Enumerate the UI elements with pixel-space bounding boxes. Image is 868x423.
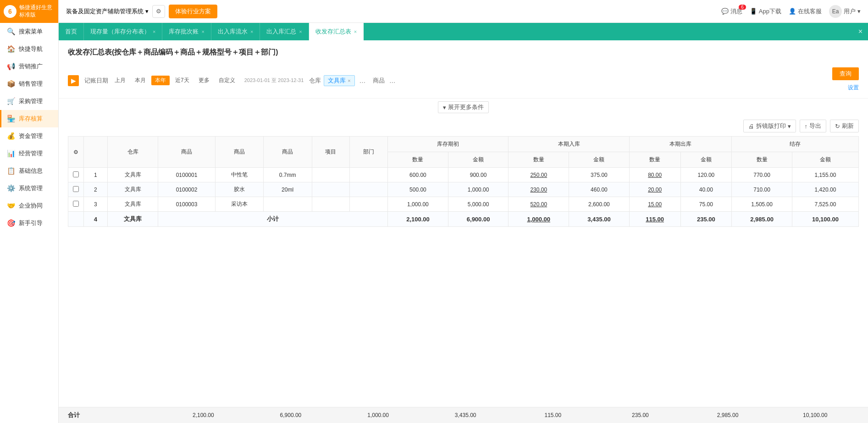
- row-opening-qty-0: 600.00: [388, 168, 448, 182]
- top-header: 装备及固定资产辅助管理系统 ▾ ⚙ 体验行业方案 💬 消息 6 📱 App下载 …: [59, 0, 868, 23]
- row-out-qty-1[interactable]: 20.00: [629, 182, 680, 197]
- date-btn-this-year[interactable]: 本年: [151, 76, 170, 85]
- try-industry-button[interactable]: 体验行业方案: [169, 5, 217, 18]
- tab-inventory-dist[interactable]: 现存量（库存分布表）×: [84, 23, 162, 40]
- table-row: 3 文具库 0100003 采访本 1,000.00 5,000.00 520.…: [68, 197, 859, 212]
- sidebar-item-base-info[interactable]: 📋 基础信息: [0, 162, 58, 180]
- row-in-qty-2[interactable]: 520.00: [509, 197, 569, 212]
- sidebar-item-sales[interactable]: 📦 销售管理: [0, 75, 58, 93]
- system-title-dropdown[interactable]: 装备及固定资产辅助管理系统 ▾: [66, 7, 149, 16]
- row-out-qty-2[interactable]: 15.00: [629, 197, 680, 212]
- query-button[interactable]: 查询: [832, 67, 859, 80]
- row-opening-qty-2: 1,000.00: [388, 197, 448, 212]
- sidebar-item-newbie[interactable]: 🎯 新手引导: [0, 214, 58, 232]
- row-spec-1: 20ml: [263, 182, 312, 197]
- sidebar-item-marketing[interactable]: 📢 营销推广: [0, 58, 58, 75]
- tab-close-inventory-dist[interactable]: ×: [153, 29, 155, 34]
- row-out-qty-0[interactable]: 80.00: [629, 168, 680, 182]
- print-dropdown-icon: ▾: [788, 123, 791, 130]
- online-service-action[interactable]: 👤 在线客服: [789, 7, 822, 16]
- tab-batch-voucher[interactable]: 库存批次账×: [162, 23, 211, 40]
- tab-close-recv-send-summary[interactable]: ×: [354, 29, 357, 34]
- date-options: 上月 本月 本年 近7天 更多 自定义: [111, 76, 239, 85]
- row-select-2[interactable]: [73, 201, 79, 207]
- row-name-0: 中性笔: [215, 168, 263, 182]
- sidebar-label-newbie: 新手引导: [19, 219, 43, 227]
- expand-conditions-button[interactable]: ▾ 展开更多条件: [438, 101, 489, 113]
- sidebar-item-business[interactable]: 📊 经营管理: [0, 145, 58, 162]
- col-in-header: 本期入库: [509, 137, 629, 152]
- sidebar-icon-marketing: 📢: [7, 62, 15, 71]
- date-btn-this-month[interactable]: 本月: [131, 76, 149, 85]
- goods-more-button[interactable]: ...: [387, 77, 397, 85]
- warehouse-tag-close-button[interactable]: ×: [348, 78, 350, 83]
- print-button[interactable]: 🖨 拆镜版打印 ▾: [743, 120, 796, 132]
- tab-io-summary[interactable]: 出入库汇总×: [260, 23, 309, 40]
- warehouse-more-button[interactable]: ...: [358, 77, 367, 85]
- row-checkbox[interactable]: [68, 197, 84, 212]
- filter-toggle-button[interactable]: ▶: [68, 75, 79, 86]
- row-in-qty-0[interactable]: 250.00: [509, 168, 569, 182]
- col-settings-header[interactable]: ⚙: [68, 137, 84, 168]
- refresh-icon: ↻: [835, 123, 840, 130]
- sidebar-item-enterprise[interactable]: 🤝 企业协同: [0, 197, 58, 214]
- col-out-header: 本期出库: [629, 137, 731, 152]
- sidebar-label-sales: 销售管理: [19, 80, 43, 88]
- col-out-qty-header: 数量: [629, 152, 680, 168]
- export-button[interactable]: ↑ 导出: [800, 120, 827, 132]
- sidebar-item-purchase[interactable]: 🛒 采购管理: [0, 93, 58, 110]
- sidebar-icon-business: 📊: [7, 149, 15, 158]
- row-select-0[interactable]: [73, 171, 79, 177]
- settings-link[interactable]: 设置: [848, 82, 859, 93]
- row-opening-amt-0: 900.00: [448, 168, 509, 182]
- subtotal-out-qty[interactable]: 115.00: [629, 212, 680, 227]
- bottom-totals-bar: 合计 2,100.00 6,900.00 1,000.00 3,435.00 1…: [59, 407, 868, 423]
- close-all-tabs-button[interactable]: ×: [853, 27, 868, 36]
- data-table: ⚙ 仓库 商品 商品 商品 项目 部门 库存期初 本期入库 本期出库 结存: [68, 136, 859, 227]
- sidebar-item-capital[interactable]: 💰 资金管理: [0, 127, 58, 145]
- date-btn-last-month[interactable]: 上月: [111, 76, 129, 85]
- col-spec-header: 商品: [263, 137, 312, 168]
- goods-filter-label: 商品: [373, 77, 385, 85]
- totals-label: 合计: [68, 411, 150, 419]
- row-in-amt-0: 375.00: [569, 168, 630, 182]
- tab-close-io-summary[interactable]: ×: [299, 29, 302, 34]
- col-opening-amt-header: 金额: [448, 152, 509, 168]
- sidebar-item-search[interactable]: 🔍 搜索菜单: [0, 23, 58, 40]
- sidebar-item-system[interactable]: ⚙️ 系统管理: [0, 180, 58, 197]
- subtotal-in-qty[interactable]: 1,000.00: [509, 212, 569, 227]
- date-btn-custom[interactable]: 自定义: [215, 76, 239, 85]
- sidebar-item-inventory[interactable]: 🏪 库存核算: [0, 110, 58, 127]
- message-action[interactable]: 💬 消息 6: [721, 7, 742, 16]
- row-name-1: 胶水: [215, 182, 263, 197]
- row-closing-amt-0: 1,155.00: [792, 168, 858, 182]
- row-checkbox[interactable]: [68, 182, 84, 197]
- tab-close-io-flow[interactable]: ×: [250, 29, 253, 34]
- sidebar-icon-system: ⚙️: [7, 184, 15, 192]
- tab-close-batch-voucher[interactable]: ×: [201, 29, 204, 34]
- user-action[interactable]: Ea 用户 ▾: [829, 5, 861, 18]
- row-closing-qty-2: 1,505.00: [732, 197, 792, 212]
- user-dropdown-icon: ▾: [857, 8, 861, 15]
- subtotal-closing-amt: 10,100.00: [792, 212, 858, 227]
- sidebar-item-quick-nav[interactable]: 🏠 快捷导航: [0, 40, 58, 58]
- tab-home[interactable]: 首页: [59, 23, 84, 40]
- print-icon: 🖨: [748, 123, 754, 130]
- date-btn-more[interactable]: 更多: [195, 76, 213, 85]
- app-download-action[interactable]: 📱 App下载: [750, 7, 781, 16]
- sidebar-icon-quick-nav: 🏠: [7, 45, 15, 53]
- refresh-button[interactable]: ↻ 刷新: [830, 120, 859, 132]
- sidebar-label-search: 搜索菜单: [19, 27, 43, 36]
- row-select-1[interactable]: [73, 186, 79, 192]
- row-no-0: 1: [84, 168, 108, 182]
- row-checkbox[interactable]: [68, 168, 84, 182]
- col-closing-qty-header: 数量: [732, 152, 792, 168]
- gear-button[interactable]: ⚙: [152, 5, 165, 18]
- row-in-qty-1[interactable]: 230.00: [509, 182, 569, 197]
- footer-out-amt: 235.00: [597, 412, 684, 418]
- tab-io-flow[interactable]: 出入库流水×: [211, 23, 260, 40]
- tab-recv-send-summary[interactable]: 收发存汇总表×: [309, 23, 364, 40]
- date-btn-7days[interactable]: 近7天: [171, 76, 193, 85]
- row-opening-amt-2: 5,000.00: [448, 197, 509, 212]
- table-row: 2 文具库 0100002 胶水 20ml 500.00 1,000.00 23…: [68, 182, 859, 197]
